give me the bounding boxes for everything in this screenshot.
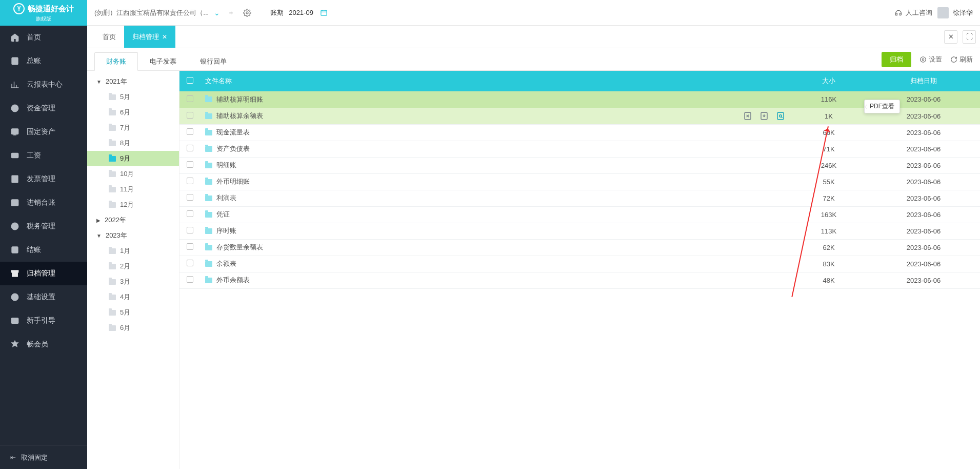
tree-month[interactable]: 9月 (87, 151, 179, 166)
gear-icon[interactable] (242, 7, 253, 18)
table-row[interactable]: 外币余额表48K2023-06-06 (179, 272, 980, 288)
settings-button[interactable]: 设置 (919, 55, 942, 64)
row-checkbox[interactable] (187, 243, 193, 250)
subtab-einvoice[interactable]: 电子发票 (138, 52, 188, 70)
row-checkbox[interactable] (187, 128, 193, 135)
table-row[interactable]: 利润表72K2023-06-06 (179, 190, 980, 206)
tab-home[interactable]: 首页 (94, 26, 124, 48)
sidebar-item-salary[interactable]: 工资 (0, 144, 87, 167)
folder-icon (109, 94, 116, 100)
tree-month[interactable]: 12月 (87, 197, 179, 212)
sidebar-item-fund[interactable]: 资金管理 (0, 96, 87, 120)
download-pdf-icon[interactable] (759, 111, 769, 121)
sidebar-item-label: 基础设置 (27, 292, 55, 302)
sidebar-item-fixed-asset[interactable]: 固定资产 (0, 120, 87, 144)
table-row[interactable]: 凭证163K2023-06-06 (179, 206, 980, 223)
archive-button[interactable]: 归档 (882, 52, 911, 67)
sidebar-item-archive[interactable]: 归档管理 (0, 262, 87, 285)
fullscreen-button[interactable]: ⛶ (963, 30, 976, 44)
refresh-button[interactable]: 刷新 (950, 55, 973, 64)
tree-year[interactable]: ▶2022年 (87, 212, 179, 228)
tree-year[interactable]: ▼2021年 (87, 74, 179, 89)
table-row[interactable]: 余额表83K2023-06-06 (179, 256, 980, 272)
svg-point-14 (246, 12, 248, 14)
file-name: 凭证 (216, 210, 230, 219)
calendar-icon[interactable] (318, 7, 330, 18)
row-checkbox[interactable] (187, 260, 193, 266)
row-checkbox[interactable] (187, 95, 193, 102)
tree-month[interactable]: 10月 (87, 166, 179, 182)
folder-icon (109, 110, 116, 115)
tree-month[interactable]: 1月 (87, 243, 179, 259)
row-checkbox[interactable] (187, 112, 193, 119)
row-checkbox[interactable] (187, 276, 193, 283)
sidebar: ¥ 畅捷通好会计 旗舰版 首页总账云报表中心资金管理固定资产工资发票管理进销台账… (0, 0, 87, 469)
file-grid: 文件名称 大小 归档日期 辅助核算明细账116K2023-06-06辅助核算余额… (179, 71, 980, 469)
file-size: 163K (790, 206, 867, 223)
select-all-checkbox[interactable] (187, 77, 193, 84)
tree-month[interactable]: 4月 (87, 289, 179, 305)
table-row[interactable]: 存货数量余额表62K2023-06-06 (179, 239, 980, 256)
sidebar-unpin[interactable]: ⇤ 取消固定 (0, 445, 87, 469)
subtab-finance[interactable]: 财务账 (94, 52, 138, 71)
sidebar-item-ledger[interactable]: 总账 (0, 49, 87, 73)
tree-month[interactable]: 5月 (87, 89, 179, 105)
file-date: 2023-06-06 (867, 124, 980, 141)
table-row[interactable]: 外币明细账55K2023-06-06 (179, 173, 980, 190)
sidebar-item-closing[interactable]: 结账 (0, 238, 87, 262)
fixed-asset-icon (10, 127, 19, 136)
col-name: 文件名称 (200, 71, 718, 91)
close-icon[interactable]: ✕ (162, 33, 167, 41)
add-icon[interactable]: ＋ (225, 7, 236, 18)
table-row[interactable]: 明细账246K2023-06-06 (179, 157, 980, 173)
tree-month[interactable]: 3月 (87, 274, 179, 289)
subtab-bank[interactable]: 银行回单 (188, 52, 238, 70)
row-checkbox[interactable] (187, 161, 193, 168)
user-menu[interactable]: 徐泽华 (937, 7, 973, 18)
tree-month[interactable]: 6月 (87, 320, 179, 336)
period-value[interactable]: 2021-09 (289, 9, 313, 16)
sidebar-item-cloud-report[interactable]: 云报表中心 (0, 73, 87, 96)
row-checkbox[interactable] (187, 145, 193, 151)
sidebar-item-inout-ledger[interactable]: 进销台账 (0, 191, 87, 214)
row-checkbox[interactable] (187, 227, 193, 233)
row-checkbox[interactable] (187, 194, 193, 201)
row-checkbox[interactable] (187, 210, 193, 217)
file-name: 序时账 (216, 226, 236, 236)
sidebar-item-guide[interactable]: 新手引导 (0, 309, 87, 333)
download-excel-icon[interactable] (743, 111, 752, 121)
sidebar-item-member[interactable]: 畅会员 (0, 333, 87, 356)
guide-icon (10, 316, 19, 325)
sidebar-item-label: 总账 (27, 56, 41, 66)
consult-button[interactable]: 人工咨询 (894, 8, 932, 17)
table-row[interactable]: 辅助核算明细账116K2023-06-06 (179, 91, 980, 108)
table-row[interactable]: 序时账113K2023-06-06 (179, 223, 980, 239)
tree-month[interactable]: 5月 (87, 305, 179, 320)
folder-icon (109, 279, 116, 285)
sidebar-item-label: 云报表中心 (27, 80, 63, 89)
headset-icon (894, 9, 903, 17)
tree-month[interactable]: 2月 (87, 259, 179, 274)
table-row[interactable]: 辅助核算余额表1K2023-06-06 (179, 108, 980, 124)
row-checkbox[interactable] (187, 178, 193, 184)
table-row[interactable]: 资产负债表71K2023-06-06 (179, 141, 980, 157)
folder-icon (109, 325, 116, 331)
tree-month[interactable]: 11月 (87, 182, 179, 197)
sidebar-item-home[interactable]: 首页 (0, 26, 87, 49)
tree-month[interactable]: 8月 (87, 135, 179, 151)
tree-month[interactable]: 7月 (87, 120, 179, 135)
sidebar-footer-label: 取消固定 (21, 453, 48, 462)
sidebar-item-settings[interactable]: 基础设置 (0, 285, 87, 309)
sidebar-item-tax[interactable]: 税务管理 (0, 214, 87, 238)
folder-icon (109, 187, 116, 192)
table-row[interactable]: 现金流量表66K2023-06-06 (179, 124, 980, 141)
tree-month[interactable]: 6月 (87, 105, 179, 120)
pdf-view-icon[interactable] (776, 111, 785, 121)
sidebar-item-invoice[interactable]: 发票管理 (0, 167, 87, 191)
sidebar-nav: 首页总账云报表中心资金管理固定资产工资发票管理进销台账税务管理结账归档管理基础设… (0, 26, 87, 445)
org-dropdown-icon[interactable]: ⌄ (214, 9, 220, 17)
svg-rect-10 (12, 272, 18, 277)
tree-year[interactable]: ▼2023年 (87, 228, 179, 243)
close-all-tabs-button[interactable]: ✕ (944, 30, 957, 44)
tab-archive[interactable]: 归档管理✕ (124, 26, 175, 48)
